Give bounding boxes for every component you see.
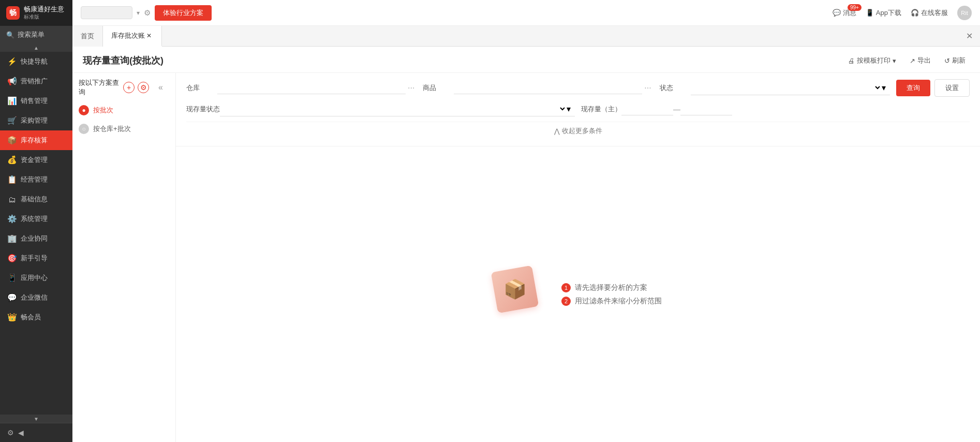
- sidebar-item-enterprise[interactable]: 🏢 企业协同: [0, 229, 72, 248]
- avatar: Rit: [957, 6, 972, 20]
- sidebar-item-inventory[interactable]: 📦 库存核算: [0, 130, 72, 150]
- tab-right-close-btn[interactable]: ✕: [959, 26, 980, 47]
- sidebar-item-label: 快捷导航: [21, 57, 48, 66]
- scheme-panel: 按以下方案查询 + ⚙ « ● 按批次 ○ 按仓库+批次: [72, 73, 176, 442]
- sidebar-item-system[interactable]: ⚙️ 系统管理: [0, 209, 72, 229]
- tab-close-icon[interactable]: ✕: [145, 32, 153, 40]
- sidebar-item-label: 基础信息: [21, 195, 48, 204]
- tab-home[interactable]: 首页: [72, 26, 103, 47]
- refresh-btn[interactable]: ↺ 刷新: [940, 54, 970, 67]
- warehouse-dots[interactable]: ···: [406, 83, 417, 93]
- sidebar-item-label: 采购管理: [21, 116, 48, 125]
- inventory-qty-from[interactable]: [621, 103, 673, 115]
- sidebar-settings-button[interactable]: ⚙: [7, 429, 14, 437]
- inventory-qty-to[interactable]: [680, 103, 732, 115]
- sidebar-item-member[interactable]: 👑 畅会员: [0, 307, 72, 327]
- empty-tip-1: 1 请先选择要分析的方案: [561, 283, 662, 292]
- search-menu-item[interactable]: 🔍 搜索菜单: [0, 26, 72, 43]
- app-download-label: App下载: [876, 8, 901, 18]
- marketing-icon: 📢: [7, 77, 17, 86]
- tip1-text: 请先选择要分析的方案: [575, 283, 647, 292]
- right-panel: 仓库 ··· 商品 ··· 状态: [176, 73, 980, 442]
- sidebar-item-marketing[interactable]: 📢 营销推广: [0, 71, 72, 91]
- breadcrumb-area: ▾ ⚙ 体验行业方案: [81, 5, 826, 21]
- collapse-more-btn[interactable]: ⋀ 收起更多条件: [186, 122, 970, 140]
- app-download-item[interactable]: 📱 App下载: [866, 8, 901, 18]
- quick-nav-icon: ⚡: [7, 57, 17, 66]
- sidebar-footer: ⚙ ◀: [0, 423, 72, 442]
- app-subtitle: 标准版: [24, 13, 64, 21]
- sidebar-scroll-up[interactable]: ▲: [0, 43, 72, 52]
- page-content: 现存量查询(按批次) 🖨 按模板打印 ▾ ↗ 导出 ↺ 刷新: [72, 47, 980, 442]
- sidebar-item-purchase[interactable]: 🛒 采购管理: [0, 111, 72, 130]
- main-area: ▾ ⚙ 体验行业方案 💬 消息 99+ 📱 App下载 🎧 在线客服 Rit: [72, 0, 980, 442]
- enterprise-icon: 🏢: [7, 234, 17, 243]
- query-button[interactable]: 查询: [896, 80, 930, 96]
- product-input[interactable]: [454, 82, 642, 94]
- status-chevron-icon: ▾: [882, 83, 886, 93]
- sidebar-scroll-down[interactable]: ▼: [0, 415, 72, 423]
- online-service-icon: 🎧: [911, 9, 919, 17]
- tip1-num: 1: [561, 283, 571, 292]
- status-select[interactable]: [695, 83, 882, 92]
- sidebar-item-label: 企业协同: [21, 234, 48, 243]
- scheme-item-label: 按批次: [93, 106, 113, 115]
- tab-inventory-batch-label: 库存批次账: [111, 31, 145, 40]
- sidebar-item-finance[interactable]: 💰 资金管理: [0, 150, 72, 170]
- sidebar-item-label: 资金管理: [21, 155, 48, 165]
- sidebar-item-label: 系统管理: [21, 214, 48, 224]
- product-filter: 商品 ···: [423, 82, 653, 94]
- inventory-status-label: 现存量状态: [186, 105, 220, 114]
- scheme-item-label: 按仓库+批次: [93, 124, 131, 134]
- topbar-settings-icon[interactable]: ⚙: [144, 8, 151, 18]
- scheme-settings-btn[interactable]: ⚙: [138, 82, 149, 93]
- scheme-item-by-warehouse-batch[interactable]: ○ 按仓库+批次: [72, 120, 175, 138]
- sidebar-item-basic[interactable]: 🗂 基础信息: [0, 189, 72, 209]
- sidebar-item-sales[interactable]: 📊 销售管理: [0, 91, 72, 111]
- scheme-panel-title: 按以下方案查询: [79, 78, 123, 97]
- print-btn[interactable]: 🖨 按模板打印 ▾: [844, 54, 900, 67]
- collapse-up-icon: ⋀: [554, 127, 560, 135]
- inventory-status-chevron-icon: ▾: [567, 104, 571, 114]
- refresh-label: 刷新: [952, 56, 966, 65]
- dropdown-arrow-icon[interactable]: ▾: [137, 9, 140, 17]
- sidebar-item-app-center[interactable]: 📱 应用中心: [0, 268, 72, 288]
- export-btn[interactable]: ↗ 导出: [905, 54, 935, 67]
- sidebar-item-quick-nav[interactable]: ⚡ 快捷导航: [0, 52, 72, 71]
- sidebar-collapse-button[interactable]: ◀: [18, 429, 24, 437]
- sidebar: 畅 畅康通好生意 标准版 🔍 搜索菜单 ▲ ⚡ 快捷导航 📢 营销推广 📊 销售…: [0, 0, 72, 442]
- sidebar-item-wechat[interactable]: 💬 企业微信: [0, 288, 72, 307]
- product-label: 商品: [423, 83, 454, 93]
- newbie-icon: 🎯: [7, 254, 17, 263]
- online-service-item[interactable]: 🎧 在线客服: [911, 8, 948, 18]
- inventory-status-select-wrapper: ▾: [220, 102, 575, 116]
- sidebar-item-newbie[interactable]: 🎯 新手引导: [0, 248, 72, 268]
- sidebar-nav: ⚡ 快捷导航 📢 营销推广 📊 销售管理 🛒 采购管理 📦 库存核算 💰 资金管…: [0, 52, 72, 415]
- page-title: 现存量查询(按批次): [83, 54, 164, 67]
- inventory-qty-label: 现存量（主）: [581, 105, 621, 114]
- search-icon: 🔍: [6, 31, 14, 39]
- topbar-search-input[interactable]: [81, 6, 132, 19]
- experience-btn[interactable]: 体验行业方案: [155, 5, 212, 21]
- empty-tip-2: 2 用过滤条件来缩小分析范围: [561, 297, 662, 306]
- scheme-item-by-batch[interactable]: ● 按批次: [72, 101, 175, 120]
- print-label: 按模板打印: [857, 56, 890, 65]
- sidebar-item-operations[interactable]: 📋 经营管理: [0, 170, 72, 189]
- product-dots[interactable]: ···: [642, 83, 653, 93]
- status-select-wrapper: ▾: [691, 81, 890, 95]
- online-service-label: 在线客服: [921, 8, 948, 18]
- topbar: ▾ ⚙ 体验行业方案 💬 消息 99+ 📱 App下载 🎧 在线客服 Rit: [72, 0, 980, 26]
- user-item[interactable]: Rit: [957, 6, 972, 20]
- export-label: 导出: [917, 56, 931, 65]
- settings-button[interactable]: 设置: [934, 79, 970, 97]
- empty-box-graphic: [491, 265, 539, 313]
- scheme-collapse-btn[interactable]: «: [152, 82, 169, 93]
- message-item[interactable]: 💬 消息 99+: [833, 8, 856, 18]
- warehouse-input[interactable]: [217, 82, 406, 94]
- tab-inventory-batch[interactable]: 库存批次账 ✕: [103, 26, 162, 47]
- finance-icon: 💰: [7, 155, 17, 165]
- message-badge: 99+: [848, 4, 862, 11]
- scheme-active-icon: ●: [79, 105, 89, 115]
- scheme-add-btn[interactable]: +: [123, 82, 135, 93]
- inventory-status-select[interactable]: [224, 105, 567, 113]
